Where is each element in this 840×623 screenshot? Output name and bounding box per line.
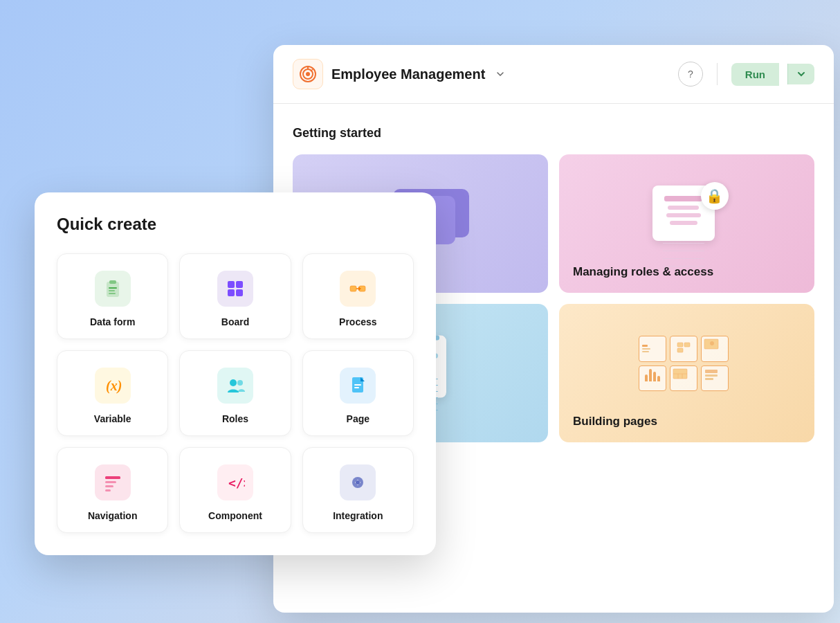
svg-rect-29 — [350, 286, 356, 291]
svg-rect-39 — [105, 476, 120, 479]
qc-label-integration: Integration — [333, 510, 383, 521]
clipboard-icon — [95, 271, 131, 307]
app-header: Employee Management ? Run — [273, 45, 834, 104]
svg-rect-42 — [105, 489, 111, 491]
svg-rect-40 — [105, 481, 116, 483]
svg-rect-9 — [684, 343, 690, 347]
qc-label-navigation: Navigation — [88, 510, 138, 521]
svg-rect-41 — [105, 485, 113, 487]
svg-rect-24 — [109, 293, 116, 294]
svg-rect-23 — [109, 290, 115, 291]
section-title: Getting started — [293, 126, 814, 141]
svg-rect-19 — [705, 378, 713, 380]
qc-label-roles: Roles — [222, 413, 248, 424]
component-icon: </> — [217, 464, 253, 500]
svg-rect-28 — [236, 289, 243, 296]
quick-create-title: Quick create — [57, 215, 414, 234]
qc-label-component: Component — [208, 510, 262, 521]
qc-label-data-form: Data form — [90, 316, 135, 327]
app-title: Employee Management — [331, 66, 485, 82]
svg-rect-27 — [228, 289, 235, 296]
svg-rect-18 — [705, 374, 718, 377]
svg-rect-37 — [354, 384, 361, 386]
svg-point-12 — [710, 341, 714, 345]
svg-rect-6 — [642, 348, 650, 350]
process-icon — [340, 271, 376, 307]
card-managing-roles[interactable]: 🔒 Managing roles & access — [559, 154, 814, 293]
qc-item-integration[interactable]: Integration — [302, 447, 414, 533]
svg-rect-20 — [107, 282, 119, 297]
title-dropdown-arrow[interactable] — [493, 67, 507, 81]
svg-text:(x): (x) — [106, 378, 122, 394]
svg-rect-25 — [228, 281, 235, 288]
svg-point-45 — [356, 480, 360, 485]
integration-icon — [340, 464, 376, 500]
qc-item-board[interactable]: Board — [179, 253, 291, 339]
svg-rect-10 — [677, 348, 683, 352]
app-logo — [293, 59, 323, 89]
variable-icon: (x) — [95, 368, 131, 404]
svg-point-34 — [230, 379, 237, 386]
quick-create-panel: Quick create Data form — [35, 192, 436, 555]
card-building-pages-label: Building pages — [573, 415, 801, 428]
qc-item-variable[interactable]: (x) Variable — [57, 350, 168, 436]
svg-rect-21 — [109, 280, 116, 284]
svg-point-35 — [237, 380, 243, 386]
quick-create-grid: Data form Board — [57, 253, 414, 533]
svg-point-2 — [306, 72, 310, 76]
qc-label-page: Page — [347, 413, 369, 424]
svg-text:</>: </> — [228, 476, 245, 490]
header-divider — [717, 63, 718, 85]
svg-rect-5 — [642, 345, 648, 347]
svg-rect-26 — [236, 281, 243, 288]
card-pink-illustration: 🔒 — [642, 182, 732, 251]
run-dropdown-button[interactable] — [787, 64, 814, 84]
qc-item-process[interactable]: Process — [302, 253, 414, 339]
qc-item-roles[interactable]: Roles — [179, 350, 291, 436]
svg-rect-22 — [109, 287, 117, 289]
qc-label-variable: Variable — [94, 413, 131, 424]
qc-item-data-form[interactable]: Data form — [57, 253, 168, 339]
qc-label-board: Board — [221, 316, 249, 327]
svg-rect-38 — [354, 387, 359, 388]
qc-label-process: Process — [339, 316, 376, 327]
svg-rect-7 — [642, 351, 649, 352]
target-icon — [299, 65, 317, 83]
qc-item-navigation[interactable]: Navigation — [57, 447, 168, 533]
run-button[interactable]: Run — [731, 63, 779, 86]
roles-icon — [217, 368, 253, 404]
qc-item-page[interactable]: Page — [302, 350, 414, 436]
page-icon — [340, 368, 376, 404]
svg-rect-8 — [677, 343, 683, 347]
grid-icon — [217, 271, 253, 307]
navigation-icon — [95, 464, 131, 500]
card-orange-illustration — [639, 336, 736, 398]
qc-item-component[interactable]: </> Component — [179, 447, 291, 533]
card-building-pages[interactable]: Building pages — [559, 304, 814, 442]
svg-rect-17 — [705, 370, 718, 373]
help-button[interactable]: ? — [678, 62, 703, 87]
